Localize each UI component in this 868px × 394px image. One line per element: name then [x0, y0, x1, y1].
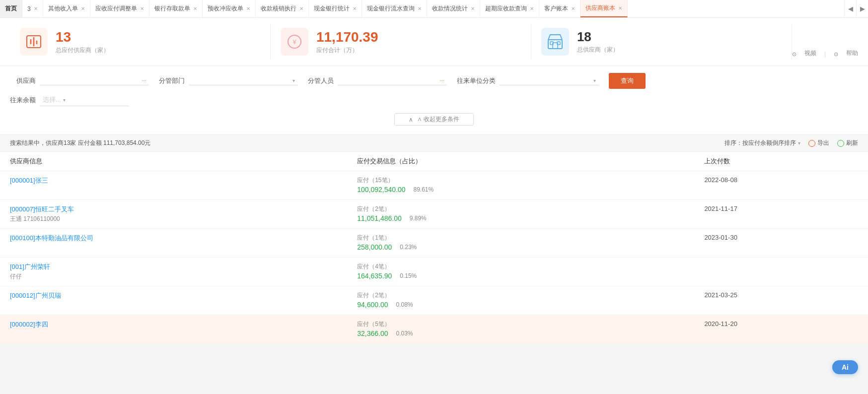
table-row: [000012]广州贝瑞应付（2笔）94,600.000.08%2021-03-… [0, 286, 868, 315]
txn-info-cell: 应付（1笔）258,000.000.23% [347, 229, 694, 258]
sort-control[interactable]: 排序：按应付余额倒序排序 ▾ [724, 139, 800, 147]
sort-label: 排序：按应付余额倒序排序 [724, 139, 796, 147]
balance-filter-label: 往来余额 [10, 96, 36, 105]
nav-overdue-ar[interactable]: 超期应收款查询 ✕ [480, 0, 539, 17]
nav-prev-arrow[interactable]: ◀ [844, 0, 856, 18]
nav-prepay-ar-label: 预收冲应收单 [208, 4, 243, 13]
nav-bank-deposit-close[interactable]: ✕ [193, 6, 197, 11]
supplier-link[interactable]: [000007]恒旺二手叉车 [10, 205, 74, 213]
export-label: 导出 [817, 139, 829, 147]
col-last-payment: 上次付数 [694, 152, 868, 171]
last-payment-cell: 2023-01-30 [694, 229, 868, 258]
supplier-filter-label: 供应商 [10, 76, 36, 85]
nav-cash-bank-query[interactable]: 现金银行流水查询 ✕ [362, 0, 427, 17]
txn-amount[interactable]: 11,051,486.00 [357, 214, 402, 222]
video-link[interactable]: 视频 [804, 49, 816, 58]
svg-text:¥: ¥ [292, 38, 296, 46]
nav-cash-bank-stat-close[interactable]: ✕ [353, 6, 357, 11]
supplier-link[interactable]: [000002]李四 [10, 321, 48, 328]
txn-info-cell: 应付（2笔）94,600.000.08% [347, 286, 694, 315]
txn-amount[interactable]: 164,635.90 [357, 272, 392, 280]
filter-unit-class: 往来单位分类 ▾ [457, 76, 599, 85]
nav-ar-ap-adjust[interactable]: 应收应付调整单 ✕ [90, 0, 149, 17]
txn-pct: 89.61% [414, 186, 434, 193]
table-row: [000100]本特勤油品有限公司应付（1笔）258,000.000.23%20… [0, 229, 868, 258]
txn-info-cell: 应付（2笔）11,051,486.009.89% [347, 200, 694, 229]
nav-tab3-close[interactable]: ✕ [34, 6, 38, 11]
nav-tab3[interactable]: 3 ✕ [22, 0, 43, 17]
last-payment-cell: 2021-03-25 [694, 286, 868, 315]
nav-receipt-stat-label: 收款情况统计 [432, 4, 468, 13]
collapse-button[interactable]: ∧ ∧ 收起更多条件 [394, 113, 474, 126]
nav-receipt-stat-close[interactable]: ✕ [471, 6, 475, 11]
txn-info-cell: 应付（5笔）32,366.000.03% [347, 315, 694, 344]
nav-ar-ap-adjust-label: 应收应付调整单 [95, 4, 137, 13]
nav-overdue-ar-close[interactable]: ✕ [530, 6, 534, 11]
nav-receipt-verify[interactable]: 收款核销执行 ✕ [256, 0, 309, 17]
supplier-info-cell: [000012]广州贝瑞 [0, 286, 347, 315]
nav-bank-deposit-label: 银行存取款单 [154, 4, 190, 13]
last-payment-cell: 2020-11-20 [694, 315, 868, 344]
nav-receipt-verify-close[interactable]: ✕ [299, 6, 303, 11]
supplier-link[interactable]: [000001]张三 [10, 177, 48, 184]
nav-receipt-verify-label: 收款核销执行 [261, 4, 296, 13]
table-row: [001]广州荣轩仔仔应付（4笔）164,635.900.15% [0, 258, 868, 286]
filter-balance: 往来余额 选择... ▾ [10, 94, 129, 106]
summary-payable-total-text: 11,170.39 应付合计（万） [316, 29, 378, 55]
payable-total-icon: ¥ [281, 28, 308, 56]
nav-next-arrow[interactable]: ▶ [856, 0, 868, 18]
dept-select[interactable]: ▾ [189, 76, 298, 85]
supplier-link[interactable]: [000100]本特勤油品有限公司 [10, 234, 93, 242]
txn-amount[interactable]: 94,600.00 [357, 301, 388, 309]
refresh-icon [837, 140, 844, 147]
help-link[interactable]: 帮助 [846, 49, 858, 58]
supplier-sub-info: 王通 17106110000 [10, 215, 337, 223]
refresh-button[interactable]: 刷新 [837, 139, 858, 147]
supplier-link[interactable]: [001]广州荣轩 [10, 263, 50, 270]
supplier-info-cell: [000100]本特勤油品有限公司 [0, 229, 347, 258]
nav-supplier-ledger-close[interactable]: ✕ [618, 5, 622, 11]
nav-cash-bank-query-close[interactable]: ✕ [418, 6, 422, 11]
sort-arrow-icon: ▾ [798, 140, 800, 146]
nav-supplier-ledger[interactable]: 供应商账本 ✕ [580, 0, 628, 17]
table-wrapper: 供应商信息 应付交易信息（占比） 上次付数 [000001]张三应付（15笔）1… [0, 152, 868, 344]
last-payment-date: 2021-03-25 [704, 291, 737, 299]
summary-total-suppliers: 18 总供应商（家） [531, 24, 792, 60]
supplier-link[interactable]: [000012]广州贝瑞 [10, 292, 61, 299]
txn-pct: 9.89% [410, 215, 427, 222]
nav-customer-ledger-close[interactable]: ✕ [571, 6, 575, 11]
nav-prepay-ar[interactable]: 预收冲应收单 ✕ [203, 0, 256, 17]
nav-bank-deposit[interactable]: 银行存取款单 ✕ [149, 0, 203, 17]
txn-amount[interactable]: 258,000.00 [357, 243, 392, 251]
nav-other-income-close[interactable]: ✕ [81, 6, 85, 11]
supplier-table: 供应商信息 应付交易信息（占比） 上次付数 [000001]张三应付（15笔）1… [0, 152, 868, 344]
nav-ar-ap-adjust-close[interactable]: ✕ [140, 6, 144, 11]
col-txn-info: 应付交易信息（占比） [347, 152, 694, 171]
nav-cash-bank-stat[interactable]: 现金银行统计 ✕ [309, 0, 362, 17]
txn-label: 应付（15笔） [357, 176, 684, 185]
nav-receipt-stat[interactable]: 收款情况统计 ✕ [427, 0, 480, 17]
txn-info-cell: 应付（15笔）100,092,540.0089.61% [347, 171, 694, 200]
top-navigation: 首页 3 ✕ 其他收入单 ✕ 应收应付调整单 ✕ 银行存取款单 ✕ 预收冲应收单… [0, 0, 868, 18]
export-icon [808, 140, 815, 147]
export-button[interactable]: 导出 [808, 139, 829, 147]
person-select[interactable]: ··· [338, 76, 447, 85]
nav-prepay-ar-close[interactable]: ✕ [246, 6, 250, 11]
collapse-arrow-icon: ∧ [409, 116, 413, 123]
nav-customer-ledger[interactable]: 客户账本 ✕ [539, 0, 580, 17]
refresh-label: 刷新 [846, 139, 858, 147]
supplier-info-cell: [000002]李四 [0, 315, 347, 344]
nav-cash-bank-query-label: 现金银行流水查询 [367, 4, 415, 13]
unit-class-select[interactable]: ▾ [500, 76, 599, 85]
balance-select[interactable]: 选择... ▾ [40, 94, 129, 106]
last-payment-date: 2023-01-30 [704, 234, 737, 241]
supplier-select-dots: ··· [142, 78, 146, 83]
txn-label: 应付（4笔） [357, 263, 684, 271]
txn-label: 应付（2笔） [357, 205, 684, 213]
txn-amount[interactable]: 100,092,540.00 [357, 186, 405, 194]
nav-home[interactable]: 首页 [0, 0, 22, 17]
nav-other-income[interactable]: 其他收入单 ✕ [43, 0, 90, 17]
query-button[interactable]: 查询 [609, 73, 646, 89]
txn-amount[interactable]: 32,366.00 [357, 329, 388, 337]
supplier-select[interactable]: ··· [40, 76, 149, 85]
